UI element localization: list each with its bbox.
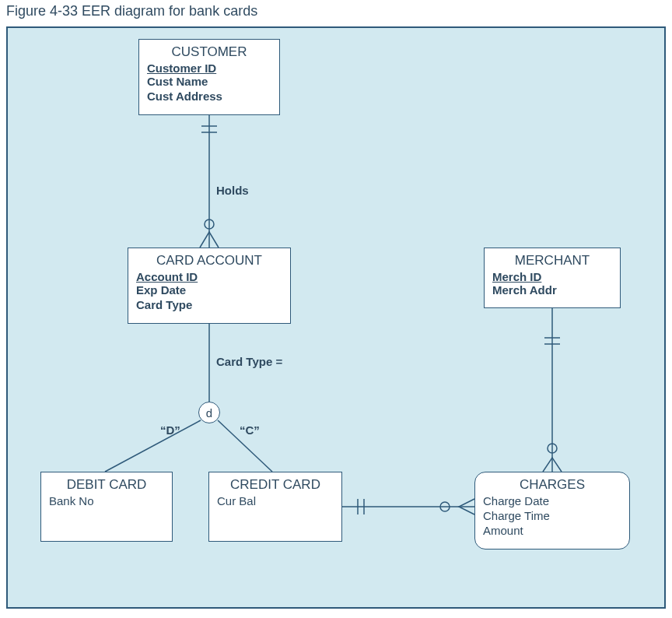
entity-attr: Cust Name [147, 75, 271, 90]
discriminator-label: Card Type = [216, 355, 282, 368]
entity-debit-card: DEBIT CARD Bank No [40, 472, 173, 542]
entity-title: DEBIT CARD [49, 477, 164, 493]
entity-attr: Bank No [49, 494, 164, 509]
entity-attr: Cur Bal [217, 494, 334, 509]
entity-pk: Account ID [136, 270, 282, 283]
entity-attr: Card Type [136, 298, 282, 313]
svg-line-5 [105, 420, 201, 472]
entity-pk: Merch ID [492, 270, 612, 283]
entity-attr: Merch Addr [492, 283, 612, 298]
entity-attr: Exp Date [136, 283, 282, 298]
entity-card-account: CARD ACCOUNT Account ID Exp Date Card Ty… [128, 248, 291, 324]
entity-title: MERCHANT [492, 253, 612, 269]
disjoint-circle: d [198, 402, 220, 423]
entity-title: CARD ACCOUNT [136, 253, 282, 269]
entity-attr: Cust Address [147, 90, 271, 104]
entity-credit-card: CREDIT CARD Cur Bal [208, 472, 342, 542]
entity-title: CUSTOMER [147, 44, 271, 60]
relationship-holds-label: Holds [216, 184, 249, 197]
entity-merchant: MERCHANT Merch ID Merch Addr [484, 248, 621, 308]
entity-pk: Customer ID [147, 61, 271, 75]
entity-attr: Amount [483, 524, 621, 539]
entity-attr: Charge Date [483, 494, 621, 509]
entity-customer: CUSTOMER Customer ID Cust Name Cust Addr… [138, 39, 280, 115]
diagram-canvas: CUSTOMER Customer ID Cust Name Cust Addr… [6, 26, 666, 609]
entity-title: CHARGES [483, 477, 621, 493]
subtype-c-label: “C” [240, 423, 260, 437]
entity-charges: CHARGES Charge Date Charge Time Amount [474, 472, 630, 550]
entity-title: CREDIT CARD [217, 477, 334, 493]
subtype-d-label: “D” [160, 423, 180, 437]
figure-caption: Figure 4-33 EER diagram for bank cards [6, 3, 257, 19]
entity-attr: Charge Time [483, 509, 621, 524]
page: Figure 4-33 EER diagram for bank cards [0, 0, 672, 618]
